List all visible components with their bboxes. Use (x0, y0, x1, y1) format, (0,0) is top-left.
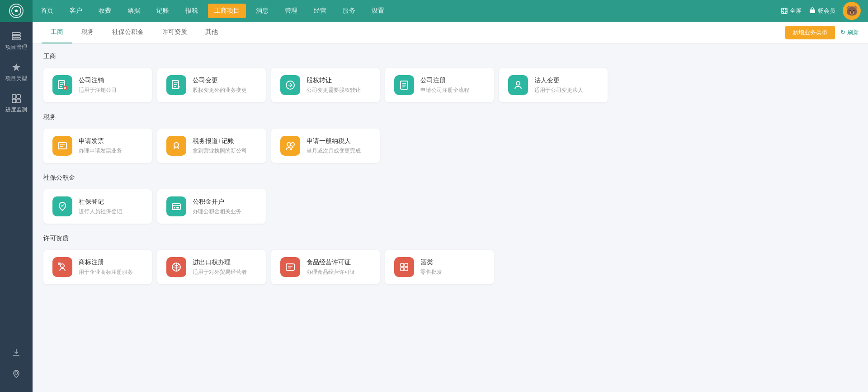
svg-rect-1 (810, 10, 815, 13)
tax-cards: 申请发票 办理申请发票业务 税务报道+记账 拿到营业执照的新公司 (43, 129, 857, 163)
sidebar-project-management-label: 项目管理 (5, 43, 27, 51)
fullscreen-label: 全屏 (790, 7, 802, 15)
industrial-cards: 公司注销 适用于注销公司 公司变更 股权变更外的业务变更 (43, 68, 857, 102)
sidebar-location-btn[interactable] (9, 363, 24, 385)
section-title-tax: 税务 (43, 113, 857, 121)
svg-rect-27 (401, 263, 404, 267)
sidebar-project-type-label: 项目类型 (5, 75, 27, 82)
qualification-cards: 商标注册 用于企业商标注册服务 进出口权办理 (43, 250, 857, 284)
section-title-social-insurance: 社保公积金 (43, 174, 857, 182)
nav-management[interactable]: 管理 (277, 0, 306, 22)
svg-rect-26 (286, 264, 294, 270)
tab-tax[interactable]: 税务 (72, 22, 103, 43)
nav-tax-report[interactable]: 报税 (177, 0, 206, 22)
nav-customer[interactable]: 客户 (61, 0, 90, 22)
tax-report-info: 税务报道+记账 拿到营业执照的新公司 (193, 137, 247, 155)
nav-message[interactable]: 消息 (248, 0, 277, 22)
section-title-qualification: 许可资质 (43, 234, 857, 243)
card-general-taxpayer[interactable]: 申请一般纳税人 当月或次月成变更完成 (271, 129, 380, 163)
sidebar-item-project-type[interactable]: 项目类型 (0, 57, 33, 88)
nav-ticket[interactable]: 票据 (119, 0, 148, 22)
social-insurance-register-desc: 进行人员社保登记 (79, 208, 122, 215)
section-title-industrial: 工商 (43, 53, 857, 61)
sidebar-download-btn[interactable] (9, 341, 24, 363)
tab-qualification[interactable]: 许可资质 (153, 22, 196, 43)
legal-change-desc: 适用于公司变更法人 (534, 86, 583, 94)
new-business-type-button[interactable]: 新增业务类型 (785, 26, 835, 39)
fullscreen-btn[interactable]: 全屏 (781, 7, 802, 15)
company-cancel-desc: 适用于注销公司 (79, 86, 117, 94)
general-taxpayer-title: 申请一般纳税人 (307, 137, 361, 145)
liquor-info: 酒类 零售批发 (420, 258, 442, 276)
vip-label: 畅会员 (818, 7, 835, 15)
logo[interactable] (0, 0, 33, 22)
svg-marker-5 (12, 63, 20, 71)
company-register-title: 公司注册 (420, 76, 469, 85)
card-apply-invoice[interactable]: 申请发票 办理申请发票业务 (43, 129, 152, 163)
tab-other[interactable]: 其他 (196, 22, 227, 43)
content-area: 工商 税务 社保公积金 许可资质 其他 新增业务类型 ↻ 刷新 工商 (33, 22, 868, 392)
nav-operation[interactable]: 经营 (306, 0, 335, 22)
project-type-icon (11, 62, 22, 73)
provident-fund-desc: 办理公积金相关业务 (193, 208, 241, 215)
trademark-title: 商标注册 (79, 258, 133, 267)
card-import-export[interactable]: 进出口权办理 适用于对外贸易经营者 (157, 250, 266, 284)
general-taxpayer-info: 申请一般纳税人 当月或次月成变更完成 (307, 137, 361, 155)
liquor-icon (394, 257, 414, 277)
trademark-icon (52, 257, 72, 277)
food-license-desc: 办理食品经营许可证 (307, 268, 355, 276)
nav-industrial[interactable]: 工商项目 (208, 4, 246, 18)
vip-btn[interactable]: 畅会员 (809, 7, 835, 15)
sidebar-bottom (9, 341, 24, 392)
card-social-insurance-register[interactable]: 社保登记 进行人员社保登记 (43, 189, 152, 224)
mascot-avatar[interactable]: 🐻 (843, 2, 861, 20)
import-export-desc: 适用于对外贸易经营者 (193, 268, 247, 276)
nav-bookkeeping[interactable]: 记账 (148, 0, 177, 22)
nav-items: 首页 客户 收费 票据 记账 报税 工商项目 消息 管理 经营 服务 设置 (33, 0, 781, 22)
tax-report-title: 税务报道+记账 (193, 137, 247, 145)
company-cancel-info: 公司注销 适用于注销公司 (79, 76, 117, 94)
nav-fee[interactable]: 收费 (90, 0, 119, 22)
card-provident-fund[interactable]: 公积金开户 办理公积金相关业务 (157, 189, 266, 224)
tax-report-desc: 拿到营业执照的新公司 (193, 147, 247, 155)
card-equity-transfer[interactable]: 股权转让 公司变更需要股权转让 (271, 68, 380, 102)
sidebar-progress-monitor-label: 进度监测 (5, 106, 27, 114)
svg-point-10 (15, 372, 18, 374)
equity-transfer-icon (280, 75, 300, 95)
company-change-title: 公司变更 (193, 76, 247, 85)
card-food-license[interactable]: 食品经营许可证 办理食品经营许可证 (271, 250, 380, 284)
svg-rect-8 (12, 99, 16, 103)
tab-actions: 新增业务类型 ↻ 刷新 (785, 26, 859, 39)
card-legal-change[interactable]: 法人变更 适用于公司变更法人 (499, 68, 608, 102)
legal-change-icon (508, 75, 528, 95)
card-liquor[interactable]: 酒类 零售批发 (385, 250, 494, 284)
svg-point-19 (287, 143, 291, 146)
company-cancel-title: 公司注销 (79, 76, 117, 85)
card-company-register[interactable]: 公司注册 申请公司注册全流程 (385, 68, 494, 102)
scrollable-content[interactable]: 工商 公司注销 适用于注销公司 (33, 43, 868, 392)
sidebar-item-project-management[interactable]: 项目管理 (0, 25, 33, 57)
card-company-cancel[interactable]: 公司注销 适用于注销公司 (43, 68, 152, 102)
svg-point-20 (291, 143, 294, 146)
equity-transfer-desc: 公司变更需要股权转让 (307, 86, 361, 94)
card-trademark[interactable]: 商标注册 用于企业商标注册服务 (43, 250, 152, 284)
card-company-change[interactable]: 公司变更 股权变更外的业务变更 (157, 68, 266, 102)
general-taxpayer-desc: 当月或次月成变更完成 (307, 147, 361, 155)
sidebar-item-progress-monitor[interactable]: 进度监测 (0, 88, 33, 119)
company-change-desc: 股权变更外的业务变更 (193, 86, 247, 94)
svg-rect-30 (405, 268, 408, 271)
svg-rect-29 (401, 268, 404, 271)
tab-social-insurance[interactable]: 社保公积金 (103, 22, 153, 43)
nav-service[interactable]: 服务 (335, 0, 363, 22)
nav-right: 全屏 畅会员 🐻 (781, 2, 868, 20)
nav-home[interactable]: 首页 (33, 0, 61, 22)
nav-settings[interactable]: 设置 (363, 0, 392, 22)
food-license-title: 食品经营许可证 (307, 258, 355, 267)
tab-industrial[interactable]: 工商 (42, 22, 72, 43)
general-taxpayer-icon (280, 136, 300, 156)
legal-change-title: 法人变更 (534, 76, 583, 85)
refresh-button[interactable]: ↻ 刷新 (840, 29, 859, 37)
svg-rect-21 (172, 204, 180, 210)
card-tax-report[interactable]: 税务报道+记账 拿到营业执照的新公司 (157, 129, 266, 163)
download-icon (11, 347, 22, 358)
